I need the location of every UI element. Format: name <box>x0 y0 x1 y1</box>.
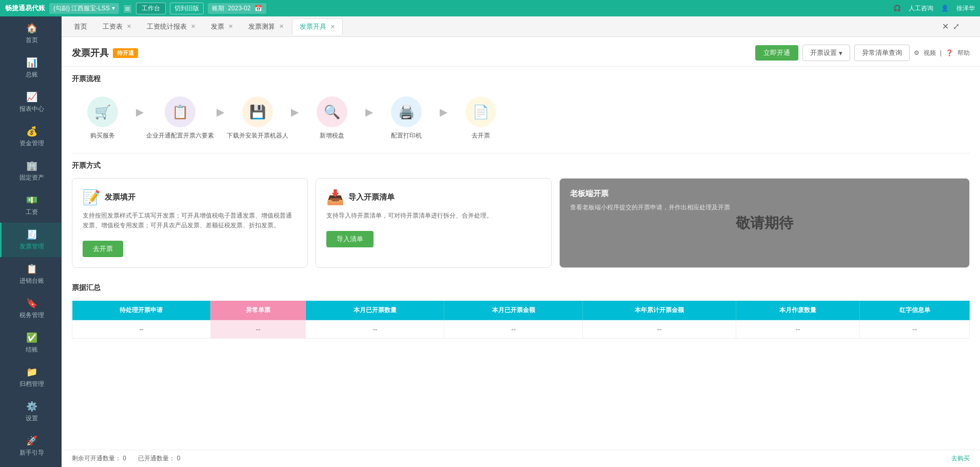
sidebar-label-invoice-mgmt: 发票管理 <box>19 242 44 251</box>
invoice-methods-title: 开票方式 <box>72 161 970 170</box>
page-title-text: 发票开具 <box>72 47 109 59</box>
tab-salary-report-label: 工资统计报表 <box>147 22 187 31</box>
open-now-button[interactable]: 立即开通 <box>755 45 798 61</box>
summary-title: 票据汇总 <box>72 283 970 293</box>
cell-red-info: -- <box>860 320 970 339</box>
top-bar-left: 畅捷通易代账 (勾副) 江西服宝-LSS ▾ ▣ 工作台 切到旧版 账期 202… <box>5 3 266 14</box>
sidebar-item-purchase-sales[interactable]: 📋 进销台账 <box>0 257 62 291</box>
enterprise-setup-label: 企业开通配置开票六要素 <box>146 131 214 140</box>
salary-icon: 💵 <box>26 194 37 206</box>
tab-invoice-tool[interactable]: 发票开具 ✕ <box>292 18 343 35</box>
calendar-icon: 📅 <box>254 5 262 12</box>
buy-service-icon: 🛒 <box>87 96 118 127</box>
add-taxbox-icon: 🔍 <box>317 96 347 127</box>
sidebar-item-settlement[interactable]: ✅ 结账 <box>0 326 62 360</box>
coming-soon-text: 敬请期待 <box>736 213 793 233</box>
import-method-title: 📥 导入开票清单 <box>326 189 541 206</box>
period-badge: 账期 2023-02 📅 <box>208 3 266 14</box>
tab-invoice-close[interactable]: ✕ <box>228 23 233 30</box>
open-settings-button[interactable]: 开票设置 ▾ <box>802 45 850 61</box>
user-name[interactable]: 徐泽华 <box>956 4 975 13</box>
tab-home-label: 首页 <box>74 22 87 31</box>
switch-old-button[interactable]: 切到旧版 <box>170 3 204 14</box>
sidebar-item-archive[interactable]: 📁 归档管理 <box>0 360 62 395</box>
cell-month-count: -- <box>306 320 444 339</box>
tax-icon: 🔖 <box>26 298 37 309</box>
gear-icon: ⚙ <box>914 49 919 56</box>
company-selector[interactable]: (勾副) 江西服宝-LSS ▾ <box>49 3 119 14</box>
arrow-4: ▶ <box>365 106 373 131</box>
sidebar-label-assets: 固定资产 <box>19 173 44 182</box>
sidebar: 🏠 首页 📊 总账 📈 报表中心 💰 资金管理 🏢 固定资产 💵 工资 🧾 发票… <box>0 16 62 467</box>
summary-section: 票据汇总 待处理开票申请 异常单票 本月已开票数量 本月已开票金额 本年累计开票… <box>62 276 980 346</box>
fill-method-btn[interactable]: 去开票 <box>83 241 123 257</box>
main-content: 首页 工资表 ✕ 工资统计报表 ✕ 发票 ✕ 发票测算 ✕ 发票开具 ✕ <box>62 16 980 467</box>
remaining-label: 剩余可开通数量： <box>72 455 121 462</box>
download-robot-label: 下载并安装开票机器人 <box>227 131 288 140</box>
process-step-enterprise-setup[interactable]: 📋 企业开通配置开票六要素 <box>146 96 214 140</box>
process-step-add-taxbox[interactable]: 🔍 新增税盘 <box>301 96 363 140</box>
sidebar-item-vip[interactable]: 👑 畅会员 <box>0 463 62 467</box>
sidebar-item-tax[interactable]: 🔖 税务管理 <box>0 291 62 326</box>
process-flow: 🛒 购买服务 ▶ 📋 企业开通配置开票六要素 ▶ 💾 <box>72 91 970 145</box>
cell-pending: -- <box>72 320 211 339</box>
status-badge: 待开通 <box>113 48 138 58</box>
tab-invoice-tool-close[interactable]: ✕ <box>330 24 335 30</box>
tab-invoice-calc-close[interactable]: ✕ <box>279 23 284 30</box>
settings-icon: ⚙️ <box>26 401 37 412</box>
tab-invoice-calc[interactable]: 发票测算 ✕ <box>241 19 291 34</box>
tab-salary[interactable]: 工资表 ✕ <box>95 19 139 34</box>
fill-method-icon: 📝 <box>83 189 101 206</box>
sidebar-item-assets[interactable]: 🏢 固定资产 <box>0 154 62 188</box>
workbench-button[interactable]: 工作台 <box>136 3 166 14</box>
sidebar-label-archive: 归档管理 <box>19 380 44 388</box>
header-month-count: 本月已开票数量 <box>306 301 444 320</box>
download-robot-icon: 💾 <box>242 96 273 127</box>
user-avatar: 👤 <box>941 5 949 12</box>
tab-expand-button[interactable]: ⤢ <box>953 22 959 31</box>
sidebar-item-ledger[interactable]: 📊 总账 <box>0 51 62 85</box>
dropdown-icon: ▾ <box>112 5 115 12</box>
tab-invoice[interactable]: 发票 ✕ <box>204 19 240 34</box>
sidebar-item-reports[interactable]: 📈 报表中心 <box>0 85 62 120</box>
footer-info: 剩余可开通数量： 0 已开通数量： 0 <box>72 454 180 463</box>
process-step-download-robot[interactable]: 💾 下载并安装开票机器人 <box>227 96 288 140</box>
tab-salary-report[interactable]: 工资统计报表 ✕ <box>140 19 203 34</box>
arrow-1: ▶ <box>136 106 144 131</box>
tab-salary-report-close[interactable]: ✕ <box>191 23 195 30</box>
fill-method-desc: 支持按照发票样式手工填写开发票；可开具增值税电子普通发票、增值税普通发票、增值税… <box>83 211 297 230</box>
page-body: 发票开具 待开通 立即开通 开票设置 ▾ 异常清单查询 ⚙ 视频 | ❓ <box>62 37 980 450</box>
sidebar-item-salary[interactable]: 💵 工资 <box>0 188 62 223</box>
summary-table: 待处理开票申请 异常单票 本月已开票数量 本月已开票金额 本年累计开票金额 本月… <box>72 300 970 339</box>
sidebar-item-settings[interactable]: ⚙️ 设置 <box>0 395 62 429</box>
abnormal-query-button[interactable]: 异常清单查询 <box>854 45 910 61</box>
user-service-label[interactable]: 人工咨询 <box>909 4 933 13</box>
invoice-methods-section: 开票方式 📝 发票填开 支持按照发票样式手工填写开发票；可开具增值税电子普通发票… <box>62 153 980 276</box>
tab-home[interactable]: 首页 <box>67 19 94 34</box>
layout: 🏠 首页 📊 总账 📈 报表中心 💰 资金管理 🏢 固定资产 💵 工资 🧾 发票… <box>0 16 980 467</box>
sidebar-label-funds: 资金管理 <box>19 139 44 148</box>
issue-invoice-label: 去开票 <box>472 131 490 140</box>
methods-grid: 📝 发票填开 支持按照发票样式手工填写开发票；可开具增值税电子普通发票、增值税普… <box>72 178 970 268</box>
old-terminal-card: 老板端开票 查看老板端小程序提交的开票申请，并作出相应处理及开票 敬请期待 <box>559 178 970 268</box>
import-method-btn[interactable]: 导入清单 <box>326 231 374 247</box>
sidebar-item-funds[interactable]: 💰 资金管理 <box>0 120 62 154</box>
header-red-info: 红字信息单 <box>860 301 970 320</box>
fill-method-card: 📝 发票填开 支持按照发票样式手工填写开发票；可开具增值税电子普通发票、增值税普… <box>72 178 308 268</box>
process-step-issue-invoice[interactable]: 📄 去开票 <box>450 96 512 140</box>
tab-salary-label: 工资表 <box>103 22 123 31</box>
sidebar-item-newbie[interactable]: 🚀 新手引导 <box>0 429 62 463</box>
cell-year-amount: -- <box>583 320 736 339</box>
issue-invoice-icon: 📄 <box>465 96 496 127</box>
sidebar-item-invoice-mgmt[interactable]: 🧾 发票管理 <box>0 223 62 257</box>
sidebar-item-home[interactable]: 🏠 首页 <box>0 16 62 51</box>
app-logo: 畅捷通易代账 <box>5 4 45 13</box>
buy-link[interactable]: 去购买 <box>951 454 970 463</box>
ledger-icon: 📊 <box>26 57 37 68</box>
tab-close-all-button[interactable]: ✕ <box>942 22 949 31</box>
process-step-buy-service[interactable]: 🛒 购买服务 <box>72 96 133 140</box>
open-settings-label: 开票设置 <box>810 48 837 57</box>
process-step-config-printer[interactable]: 🖨️ 配置打印机 <box>376 96 437 140</box>
tab-salary-close[interactable]: ✕ <box>127 23 131 30</box>
divider-icon: ▣ <box>123 3 132 14</box>
